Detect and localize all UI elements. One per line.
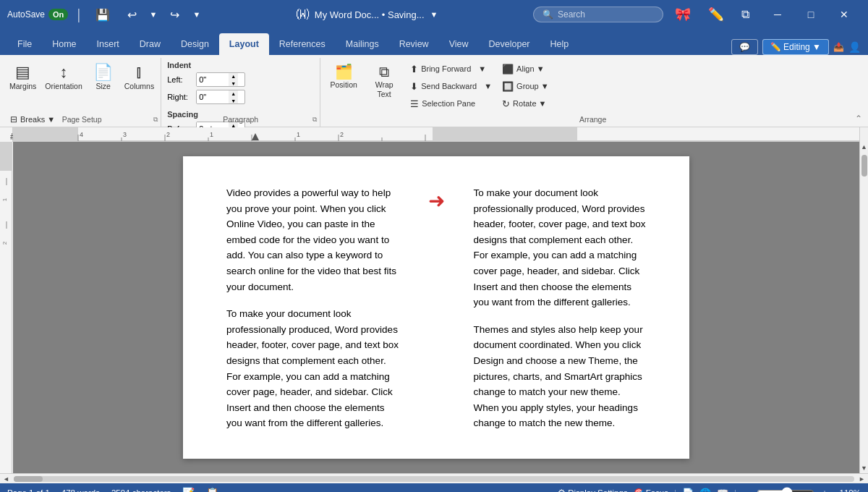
scroll-right-button[interactable]: ► xyxy=(856,475,868,483)
tab-design[interactable]: Design xyxy=(171,33,219,55)
wrap-text-button[interactable]: ⧉ WrapText xyxy=(365,61,403,110)
avatar-button[interactable]: 👤 xyxy=(848,41,861,53)
orientation-button[interactable]: ↕ Orientation xyxy=(41,61,85,110)
indent-right-field[interactable] xyxy=(197,90,229,103)
autosave-state[interactable]: On xyxy=(48,9,68,20)
h-scroll-thumb[interactable] xyxy=(14,476,43,482)
display-settings-button[interactable]: ⚙ Display Settings xyxy=(558,488,627,492)
tab-draw[interactable]: Draw xyxy=(129,33,171,55)
indent-left-down[interactable]: ▼ xyxy=(229,80,238,87)
indent-right-input[interactable]: ▲ ▼ xyxy=(196,90,245,104)
proofing-icon[interactable]: 📝 xyxy=(182,487,195,492)
focus-icon: 🎯 xyxy=(634,488,644,492)
read-view-button[interactable]: 📖 xyxy=(717,488,728,493)
indent-right-down[interactable]: ▼ xyxy=(229,97,238,104)
indent-left-up[interactable]: ▲ xyxy=(229,72,238,80)
breaks-button[interactable]: ⊟ Breaks ▼ xyxy=(6,111,158,127)
ribbon-tab-bar: File Home Insert Draw Design Layout Refe… xyxy=(0,29,868,55)
svg-text:2: 2 xyxy=(340,131,344,138)
tab-references[interactable]: References xyxy=(269,33,336,55)
page-columns: Video provides a powerful way to help yo… xyxy=(226,185,646,431)
layout-view-button[interactable]: 📄 xyxy=(682,488,694,493)
tab-developer[interactable]: Developer xyxy=(479,33,540,55)
scroll-thumb[interactable] xyxy=(861,155,867,177)
indent-left-label: Left: xyxy=(167,75,193,84)
left-column: Video provides a powerful way to help yo… xyxy=(226,185,399,431)
customize-qat[interactable]: ▼ xyxy=(191,10,202,19)
web-view-button[interactable]: 🌐 xyxy=(699,488,711,493)
indent-right-up[interactable]: ▲ xyxy=(229,90,238,97)
margins-button[interactable]: ▤ Margins xyxy=(6,61,40,110)
restore-down-icon[interactable]: ⧉ xyxy=(736,5,755,24)
page-info: Page 1 of 1 xyxy=(7,488,50,492)
editing-button[interactable]: ✏️ Editing ▼ xyxy=(762,39,829,55)
page-setup-expand[interactable]: ⧉ xyxy=(153,116,158,124)
bring-forward-icon: ⬆ xyxy=(410,64,418,75)
scroll-up-button[interactable]: ▲ xyxy=(860,142,868,152)
status-divider-1: | xyxy=(674,488,676,492)
selection-pane-button[interactable]: ☰ Selection Pane xyxy=(406,96,480,111)
tab-layout[interactable]: Layout xyxy=(219,33,269,55)
undo-arrow[interactable]: ▼ xyxy=(148,10,159,19)
send-backward-icon: ⬇ xyxy=(410,81,418,92)
pen-icon[interactable]: ✏️ xyxy=(702,4,730,25)
scroll-left-button[interactable]: ◄ xyxy=(0,475,12,483)
columns-button[interactable]: ⫿ Columns xyxy=(121,61,158,110)
zoom-in-icon: ＋ xyxy=(820,487,829,493)
bring-forward-dropdown[interactable]: ▼ xyxy=(475,61,489,77)
margins-label: Margins xyxy=(9,82,36,91)
indent-left-input[interactable]: ▲ ▼ xyxy=(196,72,245,87)
paragraph-expand[interactable]: ⧉ xyxy=(312,116,317,124)
align-icon: ⬛ xyxy=(502,64,514,75)
tab-file[interactable]: File xyxy=(7,33,42,55)
vertical-scrollbar[interactable]: ▲ ▼ xyxy=(859,142,868,473)
save-button[interactable]: 💾 xyxy=(90,5,116,25)
minimize-button[interactable]: ─ xyxy=(761,4,794,25)
track-changes-icon[interactable]: 📋 xyxy=(206,487,218,492)
rotate-label: Rotate ▼ xyxy=(513,99,546,108)
bring-forward-button[interactable]: ⬆ Bring Forward xyxy=(406,61,475,77)
send-backward-button[interactable]: ⬇ Send Backward xyxy=(406,78,481,94)
tab-help[interactable]: Help xyxy=(540,33,579,55)
redo-button[interactable]: ↪ xyxy=(164,5,185,25)
search-box[interactable]: 🔍 xyxy=(533,7,663,22)
svg-rect-20 xyxy=(12,142,12,473)
group-button[interactable]: 🔲 Group ▼ xyxy=(498,78,553,94)
position-button[interactable]: 🗂️ Position xyxy=(325,61,362,110)
tab-insert[interactable]: Insert xyxy=(87,33,129,55)
tab-review[interactable]: Review xyxy=(389,33,439,55)
align-button[interactable]: ⬛ Align ▼ xyxy=(498,61,548,77)
title-bar: AutoSave On | 💾 ↩ ▼ ↪ ▼ 🄦 My Word Doc...… xyxy=(0,0,868,29)
comments-button[interactable]: 💬 xyxy=(731,39,758,55)
wrap-text-label: WrapText xyxy=(375,80,393,98)
margins-icon: ▤ xyxy=(15,64,30,80)
send-backward-dropdown[interactable]: ▼ xyxy=(481,78,495,94)
restore-button[interactable]: □ xyxy=(794,4,827,25)
horizontal-scrollbar: ◄ ► xyxy=(0,473,868,483)
rotate-button[interactable]: ↻ Rotate ▼ xyxy=(498,96,550,111)
tab-home[interactable]: Home xyxy=(42,33,86,55)
ribbon-icon[interactable]: 🎀 xyxy=(669,4,697,25)
display-settings-label: Display Settings xyxy=(568,488,627,492)
arrange-expand[interactable]: ⌃ xyxy=(855,114,862,124)
close-button[interactable]: ✕ xyxy=(827,4,861,25)
svg-text:1: 1 xyxy=(297,131,300,138)
ribbon-right-actions: 💬 ✏️ Editing ▼ 📤 👤 xyxy=(731,39,861,55)
scroll-down-button[interactable]: ▼ xyxy=(860,463,868,473)
title-dropdown[interactable]: ▼ xyxy=(429,10,440,19)
status-divider-2: | xyxy=(734,488,736,492)
autosave-toggle[interactable]: AutoSave On xyxy=(7,9,68,20)
search-input[interactable] xyxy=(558,9,659,20)
indent-left-field[interactable] xyxy=(197,73,229,86)
svg-text:1: 1 xyxy=(1,198,8,201)
zoom-slider[interactable] xyxy=(757,487,814,492)
focus-button[interactable]: 🎯 Focus xyxy=(634,488,668,492)
undo-button[interactable]: ↩ xyxy=(122,5,142,25)
status-bar: Page 1 of 1 478 words 2594 characters 📝 … xyxy=(0,483,868,492)
size-button[interactable]: 📄 Size xyxy=(88,61,119,110)
share-button[interactable]: 📤 xyxy=(833,42,844,52)
zoom-percent: 110% xyxy=(835,488,861,492)
tab-view[interactable]: View xyxy=(439,33,479,55)
size-label: Size xyxy=(96,82,111,91)
tab-mailings[interactable]: Mailings xyxy=(336,33,389,55)
